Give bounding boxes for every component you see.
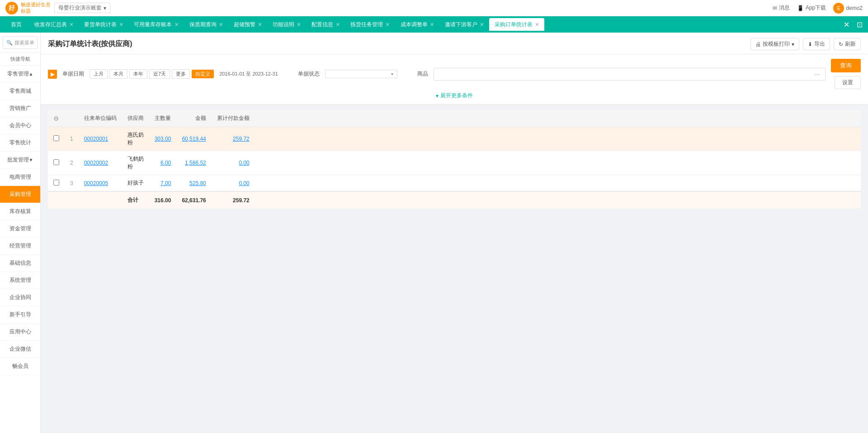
- sidebar-item-retail-stats[interactable]: 零售统计: [0, 134, 40, 152]
- sidebar-item-ecommerce-manage[interactable]: 电商管理: [0, 169, 40, 186]
- row-checkbox-cell[interactable]: [48, 151, 65, 175]
- sidebar-item-member[interactable]: 畅会员: [0, 358, 40, 375]
- shortcut-this-month[interactable]: 本月: [109, 69, 127, 79]
- refresh-button[interactable]: ↻ 刷新: [834, 38, 861, 50]
- row-amount[interactable]: 525.80: [176, 175, 211, 192]
- close-icon[interactable]: ×: [430, 21, 434, 28]
- close-icon[interactable]: ×: [175, 21, 178, 28]
- close-window-icon[interactable]: ✕: [842, 19, 851, 30]
- search-menu-button[interactable]: 🔍 搜索菜单: [3, 36, 38, 49]
- sidebar-item-enterprise-collab[interactable]: 企业协同: [0, 289, 40, 306]
- expand-more-button[interactable]: ▾ 展开更多条件: [436, 92, 473, 100]
- export-button[interactable]: ⬇ 导出: [803, 38, 830, 50]
- sidebar-item-wholesale-manage[interactable]: 批发管理 ▼: [0, 152, 40, 169]
- sidebar-item-marketing[interactable]: 营销推广: [0, 100, 40, 117]
- close-icon[interactable]: ×: [480, 21, 484, 28]
- row-amount[interactable]: 60,519.44: [176, 127, 211, 151]
- sidebar-item-member-center[interactable]: 会员中心: [0, 117, 40, 134]
- sidebar-item-app-center[interactable]: 应用中心: [0, 324, 40, 341]
- row-main-qty[interactable]: 7.00: [149, 175, 177, 192]
- row-checkbox[interactable]: [53, 180, 59, 186]
- sidebar-item-finance-manage[interactable]: 资金管理: [0, 220, 40, 238]
- row-partner-code[interactable]: 00020001: [79, 127, 122, 151]
- col-main-qty: 主数量: [149, 110, 177, 127]
- tab-config-info[interactable]: 配置信息 ×: [306, 18, 345, 31]
- row-main-qty[interactable]: 6.00: [149, 151, 177, 175]
- filter-actions: 查询 设置: [831, 59, 861, 89]
- close-icon[interactable]: ×: [336, 21, 340, 28]
- table-container: ⚙ 往来单位编码 供应商 主数量 金额 累计付款金额 1 00020001: [41, 105, 868, 433]
- expand-icon: ▾: [436, 93, 439, 99]
- row-checkbox-cell[interactable]: [48, 127, 65, 151]
- row-index: 3: [65, 175, 79, 192]
- sidebar-item-operation-manage[interactable]: 经营管理: [0, 238, 40, 255]
- close-icon[interactable]: ×: [535, 21, 539, 28]
- tab-receipt-summary[interactable]: 收发存汇总表 ×: [29, 18, 79, 31]
- print-button[interactable]: 🖨 按模板打印 ▾: [750, 38, 799, 50]
- table-row: 1 00020001 惠氏奶粉 303.00 60,519.44 259.72: [48, 127, 861, 151]
- tab-home[interactable]: 首页: [4, 18, 29, 31]
- workspace-selector[interactable]: 母婴行业演示账套 ▾: [54, 3, 110, 13]
- page-header: 采购订单统计表(按供应商) 🖨 按模板打印 ▾ ⬇ 导出 ↻ 刷新: [41, 33, 868, 54]
- message-action[interactable]: ✉ 消息: [773, 4, 790, 12]
- row-main-qty[interactable]: 303.00: [149, 127, 177, 151]
- chevron-down-icon: ▼: [29, 157, 33, 162]
- sidebar-item-system-manage[interactable]: 系统管理: [0, 272, 40, 289]
- row-partner-code[interactable]: 00020002: [79, 151, 122, 175]
- close-icon[interactable]: ×: [70, 21, 73, 28]
- goods-ellipsis-button[interactable]: ···: [812, 71, 821, 78]
- column-settings-icon[interactable]: ⚙: [53, 115, 59, 122]
- tab-picking-task[interactable]: 拣货任务管理 ×: [345, 18, 395, 31]
- custom-tag: 自定义: [192, 70, 214, 78]
- close-icon[interactable]: ×: [386, 21, 389, 28]
- row-supplier: 惠氏奶粉: [122, 127, 149, 151]
- close-icon[interactable]: ×: [258, 21, 262, 28]
- row-checkbox[interactable]: [53, 135, 59, 141]
- sidebar-nav-btn[interactable]: 快捷导航: [0, 53, 40, 66]
- tab-cost-adjust[interactable]: 成本调整单 ×: [395, 18, 439, 31]
- sidebar-item-retail-mall[interactable]: 零售商城: [0, 83, 40, 100]
- sidebar-item-retail-manage[interactable]: 零售管理 ▲: [0, 66, 40, 83]
- shortcut-last-month[interactable]: 上月: [90, 69, 108, 79]
- filter-expand-arrow[interactable]: ▶: [48, 70, 57, 79]
- row-paid-amount[interactable]: 0.00: [212, 151, 255, 175]
- nav-tabs-actions: ✕ ⊡: [842, 19, 864, 30]
- tab-available-inventory[interactable]: 可用量库存账本 ×: [128, 18, 184, 31]
- shortcut-more[interactable]: 更多: [172, 69, 190, 79]
- chevron-down-icon: ▾: [792, 41, 794, 48]
- maximize-icon[interactable]: ⊡: [855, 19, 864, 30]
- sidebar-item-basic-info[interactable]: 基础信息: [0, 255, 40, 272]
- goods-input[interactable]: [438, 70, 813, 79]
- status-select[interactable]: ▾: [325, 70, 397, 78]
- sidebar-item-new-guide[interactable]: 新手引导: [0, 306, 40, 324]
- row-checkbox-cell[interactable]: [48, 175, 65, 192]
- tab-purchase-summary[interactable]: 采购订单统计表 ×: [489, 18, 544, 31]
- col-settings: ⚙: [48, 110, 65, 127]
- tab-requisition-summary[interactable]: 要货单统计表 ×: [79, 18, 128, 31]
- sidebar-item-purchase-manage[interactable]: 采购管理: [0, 186, 40, 203]
- sidebar-item-inventory-check[interactable]: 库存核算: [0, 203, 40, 220]
- row-partner-code[interactable]: 00020005: [79, 175, 122, 192]
- row-paid-amount[interactable]: 259.72: [212, 127, 255, 151]
- close-icon[interactable]: ×: [297, 21, 301, 28]
- tab-invite-downstream[interactable]: 邀请下游客户 ×: [439, 18, 489, 31]
- shortcut-this-year[interactable]: 本年: [129, 69, 147, 79]
- tab-expiry-query[interactable]: 保质期查询 ×: [184, 18, 228, 31]
- total-main-qty: 316.00: [149, 191, 177, 209]
- row-amount[interactable]: 1,586.52: [176, 151, 211, 175]
- query-button[interactable]: 查询: [831, 59, 861, 72]
- app-download-action[interactable]: 📱 App下载: [797, 4, 826, 12]
- row-checkbox[interactable]: [53, 159, 59, 165]
- total-label: 合计: [122, 191, 149, 209]
- sidebar-search-area: 🔍 搜索菜单: [0, 33, 40, 53]
- close-icon[interactable]: ×: [119, 21, 123, 28]
- shortcut-7days[interactable]: 近7天: [149, 69, 170, 79]
- settings-button[interactable]: 设置: [835, 76, 861, 89]
- tab-overstock-warning[interactable]: 超储预警 ×: [228, 18, 267, 31]
- total-row: 合计 316.00 62,631.76 259.72: [48, 191, 861, 209]
- close-icon[interactable]: ×: [219, 21, 223, 28]
- tab-function-desc[interactable]: 功能说明 ×: [267, 18, 306, 31]
- sidebar-item-enterprise-wechat[interactable]: 企业微信: [0, 341, 40, 358]
- row-paid-amount[interactable]: 0.00: [212, 175, 255, 192]
- user-area[interactable]: E demo2: [833, 3, 863, 14]
